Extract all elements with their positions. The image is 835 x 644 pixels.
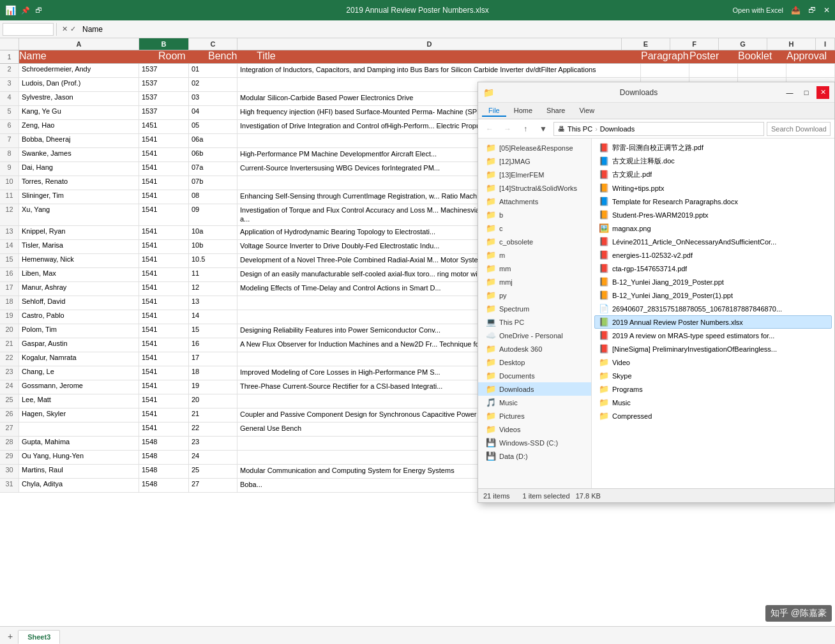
sidebar-item-b[interactable]: 📁b (478, 208, 591, 221)
file-item[interactable]: 📕energies-11-02532-v2.pdf (594, 248, 832, 262)
cell-room[interactable]: 1541 (139, 408, 189, 422)
confirm-formula-icon[interactable]: ✓ (70, 25, 76, 33)
cell-room[interactable]: 1548 (139, 451, 189, 464)
fe-search-input[interactable] (767, 122, 831, 136)
fe-close-btn[interactable]: ✕ (816, 86, 829, 99)
sidebar-item-data-(d:)[interactable]: 💾Data (D:) (478, 449, 591, 463)
cell-room[interactable]: 1548 (139, 479, 189, 492)
file-item[interactable]: 📙Student-Pres-WARM2019.pptx (594, 208, 832, 221)
cell-bench[interactable]: 22 (189, 423, 237, 436)
cell-name[interactable]: Xu, Yang (19, 204, 139, 225)
cell-reference-input[interactable]: A1 (3, 23, 54, 36)
sidebar-item-documents[interactable]: 📁Documents (478, 369, 591, 382)
file-item[interactable]: 📁Programs (594, 382, 832, 396)
file-item[interactable]: 📗2019 Annual Review Poster Numbers.xlsx (594, 315, 832, 329)
cell-room[interactable]: 1451 (139, 120, 189, 133)
cell-bench[interactable]: 09 (189, 204, 237, 225)
cell-bench[interactable]: 08 (189, 190, 237, 204)
cell-name[interactable]: Dai, Hang (19, 162, 139, 176)
cell-bench[interactable]: 07a (189, 162, 237, 176)
cell-name[interactable]: Gaspar, Austin (19, 338, 139, 352)
maximize-icon[interactable]: 🗗 (808, 6, 816, 15)
cell-room[interactable]: 1541 (139, 226, 189, 239)
sidebar-item-this-pc[interactable]: 💻This PC (478, 315, 591, 329)
cell-name[interactable]: Gupta, Mahima (19, 437, 139, 450)
cell-room[interactable]: 1541 (139, 268, 189, 281)
cell-name[interactable]: Lee, Matt (19, 394, 139, 408)
restore-icon[interactable]: 🗗 (35, 6, 42, 14)
fe-maximize-btn[interactable]: □ (800, 86, 813, 99)
sidebar-item-[05]release&response[interactable]: 📁[05]Release&Response (478, 141, 591, 154)
cell-name[interactable]: Knippel, Ryan (19, 226, 139, 239)
col-header-B[interactable]: B (139, 38, 189, 50)
cell-bench[interactable]: 18 (189, 366, 237, 380)
file-item[interactable]: 📁Compressed (594, 409, 832, 423)
file-item[interactable]: 📕cta-rgp-1547653714.pdf (594, 262, 832, 275)
cell-title[interactable]: Integration of Inductors, Capacitors, an… (237, 64, 641, 77)
cell-room[interactable]: 1541 (139, 366, 189, 380)
close-icon[interactable]: ✕ (824, 6, 830, 15)
cancel-formula-icon[interactable]: ✕ (62, 25, 68, 33)
cell-room[interactable]: 1541 (139, 190, 189, 204)
sidebar-item-[13]elmerfem[interactable]: 📁[13]ElmerFEM (478, 168, 591, 181)
cell-bench[interactable]: 25 (189, 465, 237, 478)
col-header-I[interactable]: I (816, 38, 835, 50)
file-item[interactable]: 📕[NineSigma] PreliminaryInvestigationOfB… (594, 342, 832, 356)
cell-approval[interactable] (786, 64, 835, 77)
cell-bench[interactable]: 10b (189, 240, 237, 253)
cell-bench[interactable]: 17 (189, 352, 237, 366)
cell-room[interactable]: 1537 (139, 106, 189, 119)
file-item[interactable]: 📕Lévine2011_Article_OnNecessaryAndSuffic… (594, 235, 832, 248)
add-sheet-button[interactable]: + (3, 629, 18, 644)
cell-room[interactable]: 1537 (139, 64, 189, 77)
cell-bench[interactable]: 12 (189, 282, 237, 296)
cell-room[interactable]: 1541 (139, 254, 189, 267)
fe-minimize-btn[interactable]: — (783, 86, 796, 99)
cell-room[interactable]: 1541 (139, 282, 189, 296)
share-icon[interactable]: 📤 (791, 6, 801, 15)
cell-bench[interactable]: 11 (189, 268, 237, 281)
cell-bench[interactable]: 10.5 (189, 254, 237, 267)
cell-name[interactable]: Tisler, Marisa (19, 240, 139, 253)
cell-para[interactable] (641, 64, 689, 77)
cell-bench[interactable]: 19 (189, 380, 237, 394)
cell-name[interactable]: Polom, Tim (19, 324, 139, 338)
sheet-tab-sheet3[interactable]: Sheet3 (18, 630, 60, 644)
sidebar-item-windows-ssd-(c:)[interactable]: 💾Windows-SSD (C:) (478, 436, 591, 449)
sidebar-item-spectrum[interactable]: 📁Spectrum (478, 302, 591, 315)
cell-room[interactable]: 1537 (139, 92, 189, 105)
cell-bench[interactable]: 15 (189, 324, 237, 338)
col-header-A[interactable]: A (19, 38, 139, 50)
cell-room[interactable]: 1541 (139, 338, 189, 352)
fe-tab-view[interactable]: View (573, 105, 601, 117)
cell-bench[interactable]: 06b (189, 148, 237, 161)
cell-room[interactable]: 1541 (139, 240, 189, 253)
cell-name[interactable]: Sylvestre, Jason (19, 92, 139, 105)
cell-bench[interactable]: 27 (189, 479, 237, 492)
cell-room[interactable]: 1548 (139, 437, 189, 450)
fe-address-bar[interactable]: 🖶 This PC › Downloads (553, 122, 764, 136)
cell-name[interactable]: Hagen, Skyler (19, 408, 139, 422)
cell-name[interactable]: Zeng, Hao (19, 120, 139, 133)
cell-name[interactable]: Schroedermeier, Andy (19, 64, 139, 77)
sidebar-item-autodesk-360[interactable]: 📁Autodesk 360 (478, 342, 591, 356)
cell-bench[interactable]: 02 (189, 78, 237, 91)
table-row[interactable]: 2 Schroedermeier, Andy 1537 01 Integrati… (0, 64, 835, 78)
file-item[interactable]: 📕郭雷-回溯自校正调节之路.pdf (594, 141, 832, 154)
formula-content[interactable]: Name (79, 24, 832, 35)
col-header-H[interactable]: H (767, 38, 816, 50)
cell-bench[interactable]: 14 (189, 310, 237, 324)
sidebar-item-music[interactable]: 🎵Music (478, 396, 591, 409)
cell-room[interactable]: 1541 (139, 380, 189, 394)
cell-room[interactable]: 1548 (139, 465, 189, 478)
cell-room[interactable]: 1541 (139, 162, 189, 176)
col-header-G[interactable]: G (719, 38, 767, 50)
file-item[interactable]: 📙Writing+tips.pptx (594, 181, 832, 195)
cell-bench[interactable]: 13 (189, 296, 237, 310)
cell-bench[interactable]: 24 (189, 451, 237, 464)
file-item[interactable]: 📕2019 A review on MRAS-type speed estima… (594, 329, 832, 342)
cell-name[interactable] (19, 423, 139, 436)
fe-recent-btn[interactable]: ▼ (536, 121, 551, 137)
cell-bench[interactable]: 20 (189, 394, 237, 408)
cell-bench[interactable]: 03 (189, 92, 237, 105)
